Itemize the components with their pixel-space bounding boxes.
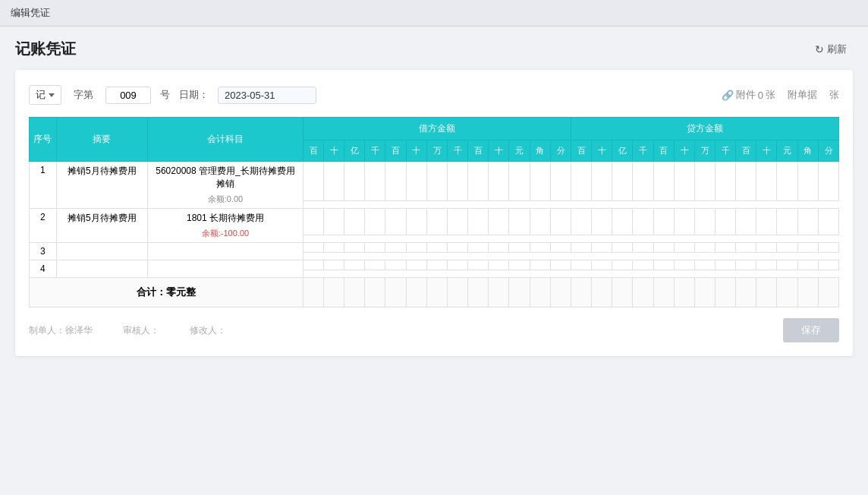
debit-digit-10[interactable] — [489, 162, 509, 201]
debit-digit-2[interactable] — [324, 209, 344, 235]
credit-digit-12[interactable] — [797, 209, 818, 235]
credit-digit-8[interactable] — [715, 209, 735, 235]
debit-digit-3[interactable] — [344, 243, 365, 253]
debit-digit-1[interactable] — [303, 243, 323, 253]
account-cell[interactable]: 56020008 管理费用_长期待摊费用摊销余额:0.00 — [148, 162, 303, 209]
credit-digit-6[interactable] — [674, 243, 694, 253]
debit-digit-9[interactable] — [468, 162, 489, 201]
credit-digit-5[interactable] — [653, 243, 674, 253]
credit-digit-10[interactable] — [756, 243, 777, 253]
debit-digit-9[interactable] — [468, 243, 489, 253]
credit-digit-9[interactable] — [736, 162, 756, 201]
voucher-number-input[interactable] — [105, 87, 151, 104]
debit-digit-11[interactable] — [509, 209, 530, 235]
debit-digit-2[interactable] — [324, 243, 344, 253]
debit-digit-10[interactable] — [489, 260, 509, 270]
debit-digit-8[interactable] — [447, 209, 467, 235]
credit-digit-9[interactable] — [736, 260, 756, 270]
credit-digit-3[interactable] — [612, 260, 633, 270]
credit-digit-8[interactable] — [715, 243, 735, 253]
account-cell[interactable] — [148, 243, 303, 260]
credit-digit-8[interactable] — [715, 260, 735, 270]
credit-digit-7[interactable] — [694, 243, 715, 253]
credit-digit-13[interactable] — [818, 243, 838, 253]
credit-digit-4[interactable] — [633, 243, 653, 253]
debit-digit-13[interactable] — [550, 243, 571, 253]
credit-digit-9[interactable] — [736, 243, 756, 253]
summary-cell[interactable]: 摊销5月待摊费用 — [56, 209, 147, 243]
credit-digit-6[interactable] — [674, 260, 694, 270]
debit-digit-1[interactable] — [303, 162, 323, 201]
credit-digit-11[interactable] — [777, 162, 797, 201]
credit-digit-10[interactable] — [756, 162, 777, 201]
debit-digit-6[interactable] — [406, 162, 426, 201]
credit-digit-3[interactable] — [612, 243, 633, 253]
credit-digit-13[interactable] — [818, 260, 838, 270]
table-row[interactable]: 4 — [30, 260, 839, 270]
debit-digit-12[interactable] — [530, 243, 550, 253]
debit-digit-1[interactable] — [303, 209, 323, 235]
credit-digit-1[interactable] — [571, 209, 591, 235]
table-row[interactable]: 1摊销5月待摊费用56020008 管理费用_长期待摊费用摊销余额:0.00 — [30, 162, 839, 201]
credit-digit-4[interactable] — [633, 209, 653, 235]
credit-digit-7[interactable] — [694, 260, 715, 270]
credit-digit-4[interactable] — [633, 162, 653, 201]
debit-digit-4[interactable] — [365, 209, 385, 235]
debit-digit-4[interactable] — [365, 162, 385, 201]
debit-digit-4[interactable] — [365, 260, 385, 270]
credit-digit-3[interactable] — [612, 162, 633, 201]
credit-digit-5[interactable] — [653, 162, 674, 201]
debit-digit-12[interactable] — [530, 209, 550, 235]
credit-digit-12[interactable] — [797, 162, 818, 201]
credit-digit-10[interactable] — [756, 209, 777, 235]
credit-digit-12[interactable] — [797, 243, 818, 253]
debit-digit-13[interactable] — [550, 162, 571, 201]
account-cell[interactable] — [148, 260, 303, 278]
credit-digit-2[interactable] — [592, 162, 612, 201]
credit-digit-2[interactable] — [592, 260, 612, 270]
refresh-button[interactable]: ↻ 刷新 — [809, 39, 853, 59]
credit-digit-9[interactable] — [736, 209, 756, 235]
debit-digit-12[interactable] — [530, 162, 550, 201]
attachment-link[interactable]: 🔗 附件 0 张 — [722, 88, 775, 102]
debit-digit-10[interactable] — [489, 209, 509, 235]
debit-digit-12[interactable] — [530, 260, 550, 270]
credit-digit-4[interactable] — [633, 260, 653, 270]
debit-digit-1[interactable] — [303, 260, 323, 270]
credit-digit-2[interactable] — [592, 209, 612, 235]
debit-digit-11[interactable] — [509, 260, 530, 270]
save-button[interactable]: 保存 — [783, 318, 839, 342]
credit-digit-8[interactable] — [715, 162, 735, 201]
debit-digit-5[interactable] — [385, 209, 406, 235]
debit-digit-3[interactable] — [344, 162, 365, 201]
debit-digit-6[interactable] — [406, 209, 426, 235]
debit-digit-2[interactable] — [324, 162, 344, 201]
credit-digit-5[interactable] — [653, 260, 674, 270]
credit-digit-12[interactable] — [797, 260, 818, 270]
credit-digit-13[interactable] — [818, 209, 838, 235]
debit-digit-11[interactable] — [509, 243, 530, 253]
debit-digit-13[interactable] — [550, 260, 571, 270]
credit-digit-13[interactable] — [818, 162, 838, 201]
credit-digit-1[interactable] — [571, 162, 591, 201]
debit-digit-2[interactable] — [324, 260, 344, 270]
credit-digit-2[interactable] — [592, 243, 612, 253]
debit-digit-6[interactable] — [406, 260, 426, 270]
debit-digit-9[interactable] — [468, 260, 489, 270]
debit-digit-8[interactable] — [447, 162, 467, 201]
summary-cell[interactable] — [56, 260, 147, 278]
debit-digit-3[interactable] — [344, 260, 365, 270]
debit-digit-13[interactable] — [550, 209, 571, 235]
debit-digit-7[interactable] — [426, 243, 447, 253]
summary-cell[interactable]: 摊销5月待摊费用 — [56, 162, 147, 209]
credit-digit-7[interactable] — [694, 162, 715, 201]
date-input[interactable] — [218, 87, 316, 104]
debit-digit-6[interactable] — [406, 243, 426, 253]
credit-digit-6[interactable] — [674, 162, 694, 201]
credit-digit-11[interactable] — [777, 260, 797, 270]
debit-digit-8[interactable] — [447, 260, 467, 270]
debit-digit-11[interactable] — [509, 162, 530, 201]
credit-digit-6[interactable] — [674, 209, 694, 235]
account-cell[interactable]: 1801 长期待摊费用余额:-100.00 — [148, 209, 303, 243]
voucher-type-dropdown[interactable]: 记 — [29, 85, 61, 105]
